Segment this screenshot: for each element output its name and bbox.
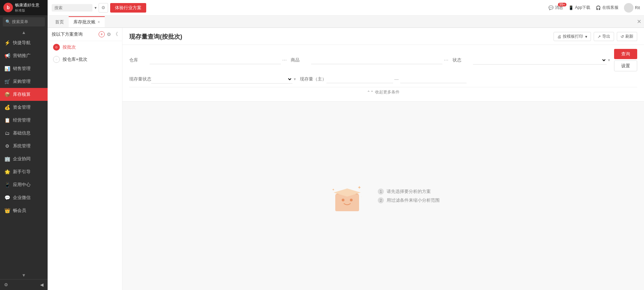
headset-icon: 🎧	[596, 5, 601, 10]
goods-input[interactable]	[311, 56, 442, 64]
inventory-icon: 📦	[4, 91, 10, 97]
tab-home[interactable]: 首页	[50, 16, 69, 27]
sidebar-item-enterprise[interactable]: 🏢 企业协同	[0, 152, 48, 165]
online-service-label: 在线客服	[602, 5, 618, 11]
sidebar-item-finance[interactable]: 💰 资金管理	[0, 101, 48, 114]
sidebar-item-app[interactable]: 📱 应用中心	[0, 178, 48, 191]
empty-tip-1: 1 请先选择要分析的方案	[378, 188, 440, 195]
refresh-btn[interactable]: ↺ 刷新	[617, 32, 637, 41]
filter-area: 仓库 ··· 商品 ··· 状态	[122, 45, 644, 102]
topbar-gear-btn[interactable]: ⚙	[99, 3, 108, 13]
svg-point-4	[342, 199, 344, 201]
page-header-actions: 🖨 按模板打印 ▾ ↗ 导出 ↺ 刷新	[554, 32, 637, 41]
online-service-btn[interactable]: 🎧 在线客服	[596, 5, 618, 11]
warehouse-more-icon[interactable]: ···	[282, 57, 287, 63]
base-icon: 🗂	[4, 130, 10, 136]
search-menu[interactable]: 🔍 搜索菜单	[3, 17, 45, 26]
sidebar-item-label: 经营管理	[13, 117, 31, 123]
scheme-item-by-warehouse-batch[interactable]: ○ 按仓库+批次	[48, 53, 122, 66]
topbar-right: 💬 消息 99+ 📱 App下载 🎧 在线客服 Rit	[548, 3, 640, 13]
search-menu-label: 搜索菜单	[12, 19, 28, 25]
messages-badge: 99+	[558, 3, 566, 6]
sidebar-item-sales[interactable]: 📊 销售管理	[0, 62, 48, 75]
empty-tips: 1 请先选择要分析的方案 2 用过滤条件来缩小分析范围	[378, 188, 440, 203]
collapse-panel-icon[interactable]: 《	[113, 31, 118, 37]
brand-info: 畅康通好生意 标准版	[15, 3, 39, 13]
filter-row-1: 仓库 ··· 商品 ··· 状态	[129, 49, 637, 71]
sidebar-item-operation[interactable]: 📋 经营管理	[0, 114, 48, 127]
sidebar-item-label: 资金管理	[13, 104, 31, 110]
goods-label: 商品	[291, 57, 311, 63]
marketing-icon: 📢	[4, 53, 10, 59]
sidebar-header: b 畅康通好生意 标准版	[0, 0, 48, 15]
stock-status-select[interactable]	[151, 75, 292, 84]
brand-sub: 标准版	[15, 8, 39, 13]
template-print-btn[interactable]: 🖨 按模板打印 ▾	[554, 32, 591, 41]
sidebar-item-inventory[interactable]: 📦 库存核算	[0, 88, 48, 101]
settings-scheme-icon[interactable]: ⚙	[107, 32, 111, 37]
scroll-up-btn[interactable]: ▲	[0, 29, 48, 36]
stock-qty-max-input[interactable]	[400, 75, 467, 83]
app-download-label: App下载	[575, 5, 590, 11]
sidebar-item-vip[interactable]: 👑 畅会员	[0, 204, 48, 217]
sidebar-item-newbie[interactable]: 🌟 新手引导	[0, 165, 48, 178]
tab-inventory-batch[interactable]: 库存批次账 ×	[69, 16, 105, 27]
scheme-item-by-batch[interactable]: ⊙ 按批次	[48, 41, 122, 53]
stock-qty-label: 现存量（主）	[300, 76, 326, 82]
sidebar-item-marketing[interactable]: 📢 营销推广	[0, 49, 48, 62]
warehouse-input[interactable]	[150, 56, 281, 64]
warehouse-field: 仓库 ···	[129, 56, 287, 64]
sidebar-settings-icon[interactable]: ⚙	[4, 282, 8, 287]
refresh-icon: ↺	[621, 34, 624, 39]
status-field: 状态 ▾	[453, 56, 610, 65]
scheme-label-by-batch: 按批次	[63, 44, 76, 50]
tab-active-label: 库存批次账	[73, 19, 96, 25]
user-avatar	[624, 3, 633, 13]
brand-name: 畅康通好生意	[15, 3, 39, 8]
status-select[interactable]	[473, 56, 607, 65]
scheme-active-icon: ⊙	[53, 44, 60, 51]
stock-status-field: 现存量状态 ▾	[129, 75, 296, 84]
nav-menu: ⚡ 快捷导航 📢 营销推广 📊 销售管理 🛒 采购管理 📦 库存核算 💰 资金管…	[0, 36, 48, 271]
sidebar-collapse-icon[interactable]: ◀	[40, 282, 44, 287]
sidebar-item-purchase[interactable]: 🛒 采购管理	[0, 75, 48, 88]
scheme-query-label: 按以下方案查询	[52, 31, 83, 37]
sidebar-item-wechat[interactable]: 💬 企业微信	[0, 191, 48, 204]
page-header: 现存量查询(按批次) 🖨 按模板打印 ▾ ↗ 导出 ↺	[122, 28, 644, 45]
messages-btn[interactable]: 💬 消息 99+	[548, 5, 563, 11]
export-icon: ↗	[597, 34, 601, 39]
scroll-down-btn[interactable]: ▼	[0, 271, 48, 279]
wechat-icon: 💬	[4, 195, 10, 201]
experience-btn[interactable]: 体验行业方案	[110, 3, 146, 13]
tip-1-number: 1	[378, 188, 384, 195]
query-btn[interactable]: 查询	[614, 49, 637, 59]
collapse-label: 收起更多条件	[375, 89, 400, 95]
status-dropdown-icon: ▾	[608, 58, 610, 62]
settings-btn[interactable]: 设置	[614, 60, 637, 71]
sidebar-item-label: 企业协同	[13, 156, 31, 162]
add-scheme-icon[interactable]: +	[99, 31, 105, 37]
svg-point-5	[350, 199, 353, 201]
sidebar-item-label: 快捷导航	[13, 40, 31, 46]
purchase-icon: 🛒	[4, 78, 10, 85]
sidebar-item-quick-nav[interactable]: ⚡ 快捷导航	[0, 36, 48, 49]
export-btn[interactable]: ↗ 导出	[594, 32, 614, 41]
tip-2-text: 用过滤条件来缩小分析范围	[387, 197, 440, 203]
breadcrumb-input[interactable]	[52, 4, 92, 12]
tip-1-text: 请先选择要分析的方案	[387, 188, 431, 195]
breadcrumb-dropdown[interactable]: ▾	[95, 5, 97, 10]
filter-collapse-btn[interactable]: ⌃⌃ 收起更多条件	[129, 87, 637, 97]
tab-close-btn[interactable]: ×	[98, 20, 100, 24]
stock-qty-min-input[interactable]	[326, 75, 393, 83]
tab-close-main-btn[interactable]: ✕	[637, 18, 641, 25]
sidebar-item-system[interactable]: ⚙ 系统管理	[0, 140, 48, 152]
quick-nav-icon: ⚡	[4, 40, 10, 46]
user-profile-btn[interactable]: Rit	[624, 3, 640, 13]
sidebar-item-base[interactable]: 🗂 基础信息	[0, 127, 48, 140]
app-download-btn[interactable]: 📱 App下载	[569, 5, 590, 11]
svg-text:✦: ✦	[357, 185, 361, 190]
goods-more-icon[interactable]: ···	[444, 57, 448, 63]
left-panel: 按以下方案查询 + ⚙ 《 ⊙ 按批次 ○ 按仓库+批次	[48, 28, 122, 290]
vip-icon: 👑	[4, 207, 10, 214]
sidebar-item-label: 销售管理	[13, 66, 31, 72]
